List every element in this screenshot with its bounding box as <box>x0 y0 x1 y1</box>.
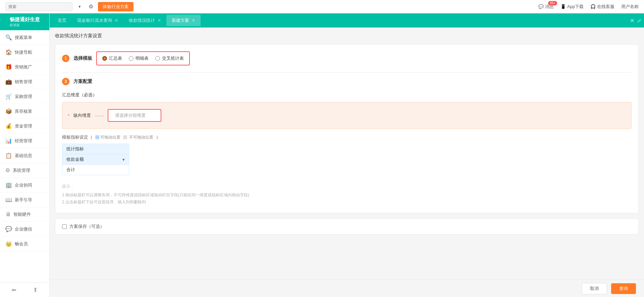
sidebar-item-search-menu[interactable]: 🔍 搜索菜单 <box>0 30 49 45</box>
close-window-button[interactable]: ✕ <box>630 17 634 24</box>
stats-col1-label: 收款金额 <box>66 156 122 162</box>
radio-cross[interactable]: 交叉统计表 <box>155 55 184 61</box>
system-icon: ⚙ <box>5 167 10 174</box>
sidebar-bottom: ⬅ ⬆ <box>0 283 49 297</box>
top-header: ▾ ⚙ 体验行业方案 💬 消息 99+ 📱 App下载 🎧 在线客服 用户名称 <box>0 0 644 13</box>
sidebar-item-inventory[interactable]: 📦 库存核算 <box>0 104 49 119</box>
header-right: 💬 消息 99+ 📱 App下载 🎧 在线客服 用户名称 <box>538 4 639 10</box>
tab-payment-stats-close[interactable]: ✕ <box>158 18 161 23</box>
indicator-settings: 模板指标设定（ 可拖动位置 不可拖动位置 ） <box>62 134 632 176</box>
sidebar-item-quick-nav[interactable]: 🏠 快捷导航 <box>0 45 49 60</box>
download-label: App下载 <box>567 4 584 10</box>
header-gear-icon[interactable]: ⚙ <box>87 2 95 11</box>
search-menu-icon: 🔍 <box>5 34 12 41</box>
notification-bell[interactable]: 💬 消息 99+ <box>538 4 554 10</box>
stats-col1-dropdown[interactable]: ▾ <box>122 157 125 162</box>
service-icon: 🎧 <box>590 4 596 9</box>
sidebar-label-search-menu: 搜索菜单 <box>15 35 32 41</box>
indicator-header: 模板指标设定（ 可拖动位置 不可拖动位置 ） <box>62 134 632 140</box>
sidebar-label-business: 经营管理 <box>15 138 32 144</box>
marketing-icon: 🎁 <box>5 64 12 70</box>
radio-detail[interactable]: 明细表 <box>129 55 149 61</box>
sidebar-item-smart-hw[interactable]: 🖥 智能硬件 <box>0 207 49 222</box>
main-content: 收款情况统计方案设置 1 选择模板 汇总表 <box>50 28 644 297</box>
sidebar-item-guide[interactable]: 📖 新手引导 <box>0 193 49 207</box>
header-cta-button[interactable]: 体验行业方案 <box>98 2 133 11</box>
expand-window-button[interactable]: ⤢ <box>637 17 641 24</box>
cancel-button[interactable]: 取消 <box>582 283 607 294</box>
sidebar-item-purchase[interactable]: 🛒 采购管理 <box>0 89 49 104</box>
sidebar-item-wechat[interactable]: 💬 企业微信 <box>0 222 49 237</box>
radio-cross-input[interactable] <box>155 56 160 61</box>
query-button[interactable]: 查询 <box>611 283 636 294</box>
header-search-input[interactable] <box>5 2 72 11</box>
tab-payment-stats[interactable]: 收款情况统计 ✕ <box>123 15 166 26</box>
step1-row: 1 选择模板 汇总表 明细表 <box>62 51 632 65</box>
indicator-title-text: 模板指标设定（ <box>62 134 93 140</box>
tab-home-label: 首页 <box>58 17 66 23</box>
sidebar-item-business[interactable]: 📊 经营管理 <box>0 134 49 148</box>
online-service-link[interactable]: 🎧 在线客服 <box>590 4 614 10</box>
sidebar-bottom-icon-2[interactable]: ⬆ <box>33 286 38 294</box>
legend-draggable-dot <box>95 135 99 139</box>
nav-tabs-actions: ✕ ⤢ <box>630 17 641 24</box>
stats-col-header[interactable]: 收款金额 ▾ <box>62 154 129 165</box>
stats-table: 统计指标 收款金额 ▾ 合计 <box>62 144 129 175</box>
member-icon: 👑 <box>5 241 12 247</box>
finance-icon: 💰 <box>5 123 12 129</box>
radio-summary-input[interactable] <box>102 56 107 61</box>
sidebar-bottom-icon-1[interactable]: ⬅ <box>11 286 16 294</box>
dimension-arrow: —— <box>95 113 104 118</box>
sidebar-label-inventory: 库存核算 <box>15 108 32 114</box>
radio-detail-label: 明细表 <box>136 55 149 61</box>
step2-badge: 2 <box>62 78 69 85</box>
page-content: 收款情况统计方案设置 1 选择模板 汇总表 <box>50 28 644 280</box>
tips-title: 提示： <box>62 183 632 190</box>
radio-summary[interactable]: 汇总表 <box>102 55 122 61</box>
logo-sub: 标准版 <box>10 23 40 28</box>
sidebar-label-smart-hw: 智能硬件 <box>13 211 31 217</box>
sidebar-label-system: 系统管理 <box>13 167 30 174</box>
stats-row1-label: 合计 <box>66 167 75 172</box>
save-label: 方案保存（可选） <box>69 224 104 230</box>
sidebar-label-enterprise: 企业协同 <box>15 182 32 188</box>
save-option-row: 方案保存（可选） <box>55 218 639 235</box>
business-icon: 📊 <box>5 138 12 144</box>
sidebar-item-enterprise[interactable]: 🏢 企业协同 <box>0 178 49 193</box>
dimension-select[interactable]: 请选择分组维度 <box>108 109 161 122</box>
user-info[interactable]: 用户名称 <box>621 4 639 10</box>
tab-bank-flow[interactable]: 现金银行流水查询 ✕ <box>72 15 123 26</box>
step2-header-row: 2 方案配置 <box>62 78 632 85</box>
tab-bank-flow-label: 现金银行流水查询 <box>77 17 112 23</box>
sidebar-logo: 畅捷通好生意 标准版 <box>0 13 49 30</box>
radio-summary-label: 汇总表 <box>109 55 122 61</box>
bell-icon: 💬 <box>538 4 544 9</box>
basic-info-icon: 📋 <box>5 152 12 159</box>
tab-home[interactable]: 首页 <box>52 15 72 26</box>
tab-bank-flow-close[interactable]: ✕ <box>115 18 118 23</box>
app-download-link[interactable]: 📱 App下载 <box>560 4 584 10</box>
step2-label: 方案配置 <box>73 79 92 85</box>
footer-bar: 取消 查询 <box>50 280 644 297</box>
dimension-title: 汇总维度（必选） <box>62 92 632 98</box>
sidebar-item-basic-info[interactable]: 📋 基础信息 <box>0 148 49 163</box>
smart-hw-icon: 🖥 <box>5 211 11 217</box>
sidebar-item-marketing[interactable]: 🎁 营销推广 <box>0 60 49 75</box>
sidebar-item-member[interactable]: 👑 畅会员 <box>0 237 49 251</box>
sidebar-item-finance[interactable]: 💰 资金管理 <box>0 119 49 134</box>
guide-icon: 📖 <box>5 197 12 203</box>
radio-detail-input[interactable] <box>129 56 133 61</box>
sidebar-label-member: 畅会员 <box>15 241 28 247</box>
sidebar-item-sales[interactable]: 💼 销售管理 <box>0 75 49 89</box>
tips-line2: 2.点击标题栏下拉可设置排序、插入列和删除列 <box>62 199 632 206</box>
tips-section: 提示： 1.拖动标题栏可以调整布局，不可跨维度或指标区域拖动栏目字段(只能在同一… <box>62 183 632 206</box>
nav-tabs: 首页 现金银行流水查询 ✕ 收款情况统计 ✕ 新建方案 ✕ ✕ ⤢ <box>50 13 644 28</box>
step-divider <box>62 72 632 72</box>
tips-line1: 1.拖动标题栏可以调整布局，不可跨维度或指标区域拖动栏目字段(只能在同一维度或指… <box>62 192 632 199</box>
header-dropdown-button[interactable]: ▾ <box>75 2 84 11</box>
tab-new-plan-close[interactable]: ✕ <box>192 18 195 23</box>
save-checkbox[interactable] <box>62 224 67 229</box>
sidebar-item-system[interactable]: ⚙ 系统管理 <box>0 163 49 178</box>
tab-new-plan[interactable]: 新建方案 ✕ <box>166 15 201 26</box>
sidebar-label-marketing: 营销推广 <box>15 64 32 70</box>
